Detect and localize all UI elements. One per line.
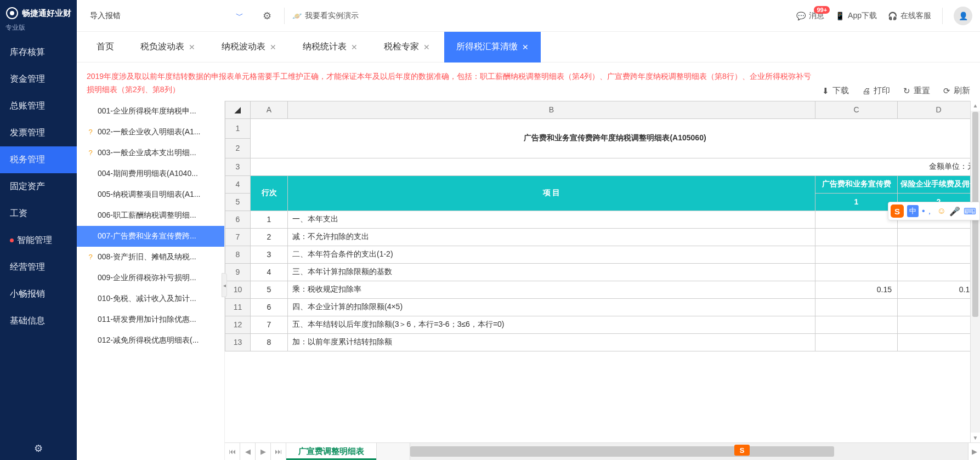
cell-item[interactable]: 三、本年计算扣除限额的基数 <box>288 263 815 281</box>
unit-label[interactable]: 金额单位：元 <box>251 158 980 175</box>
app-download-button[interactable]: 📱 App下载 <box>835 11 877 21</box>
row-head[interactable]: 9 <box>225 263 251 281</box>
download-button[interactable]: ⬇下载 <box>822 86 849 96</box>
nav-item[interactable]: 发票管理 <box>0 120 77 146</box>
close-icon[interactable]: ✕ <box>189 43 195 52</box>
row-head[interactable]: 5 <box>225 193 251 211</box>
cell-item[interactable]: 二、本年符合条件的支出(1-2) <box>288 246 815 263</box>
reset-button[interactable]: ↻重置 <box>903 86 930 96</box>
row-head[interactable]: 12 <box>225 316 251 333</box>
header-col1[interactable]: 广告费和业务宣传费 <box>815 175 898 193</box>
row-head[interactable]: 1 <box>225 118 251 138</box>
cell-value[interactable]: 0.18 <box>898 281 980 298</box>
collapse-handle[interactable]: ◂ <box>222 273 227 297</box>
sheet-nav-next[interactable]: ▶ <box>256 443 271 460</box>
cell-value[interactable] <box>898 298 980 316</box>
form-list-item[interactable]: 004-期间费用明细表(A1040... <box>77 163 224 184</box>
cell-value[interactable] <box>815 333 898 351</box>
scroll-up-icon[interactable]: ▲ <box>971 101 980 111</box>
nav-item[interactable]: 库存核算 <box>0 39 77 66</box>
row-head[interactable]: 13 <box>225 333 251 351</box>
cell-item[interactable]: 四、本企业计算的扣除限额(4×5) <box>288 298 815 316</box>
cell-value[interactable] <box>815 263 898 281</box>
cell-rowno[interactable]: 4 <box>251 263 288 281</box>
cell-item[interactable]: 乘：税收规定扣除率 <box>288 281 815 298</box>
cell-value[interactable] <box>898 263 980 281</box>
cell-item[interactable]: 减：不允许扣除的支出 <box>288 228 815 246</box>
cell-rowno[interactable]: 8 <box>251 333 288 351</box>
vertical-scrollbar[interactable]: ▲ ▼ <box>970 101 980 442</box>
row-head[interactable]: 2 <box>225 138 251 158</box>
ime-mini-icon[interactable]: S <box>734 445 750 456</box>
header-col1-sub[interactable]: 1 <box>815 193 898 211</box>
form-list-item[interactable]: 007-广告费和业务宣传费跨... <box>77 226 224 247</box>
form-list-item[interactable]: 010-免税、减计收入及加计... <box>77 288 224 309</box>
row-head[interactable]: 8 <box>225 246 251 263</box>
cell-item[interactable]: 加：以前年度累计结转扣除额 <box>288 333 815 351</box>
header-item[interactable]: 项 目 <box>288 175 815 211</box>
horizontal-scrollbar[interactable] <box>410 443 968 460</box>
nav-item[interactable]: 经营管理 <box>0 254 77 281</box>
page-tab[interactable]: 税负波动表✕ <box>128 32 207 63</box>
cell-value[interactable] <box>898 316 980 333</box>
page-tab[interactable]: 纳税统计表✕ <box>291 32 370 63</box>
close-icon[interactable]: ✕ <box>522 43 529 52</box>
row-head[interactable]: 10 <box>225 281 251 298</box>
form-list-item[interactable]: 009-企业所得税弥补亏损明... <box>77 268 224 288</box>
cell-rowno[interactable]: 5 <box>251 281 288 298</box>
cell-value[interactable] <box>815 228 898 246</box>
ime-mic-icon[interactable]: 🎤 <box>949 206 960 217</box>
scroll-down-icon[interactable]: ▼ <box>971 433 980 442</box>
nav-item[interactable]: 总账管理 <box>0 93 77 120</box>
form-list-item[interactable]: ?003-一般企业成本支出明细... <box>77 143 224 163</box>
settings-gear-icon[interactable]: ⚙ <box>0 442 77 455</box>
form-list-item[interactable]: 011-研发费用加计扣除优惠... <box>77 309 224 330</box>
col-head[interactable]: D <box>898 101 980 118</box>
col-head[interactable]: C <box>815 101 898 118</box>
cell-value[interactable] <box>815 211 898 228</box>
user-avatar[interactable]: 👤 <box>954 7 972 25</box>
sheet-tab[interactable]: 广宣费调整明细表 <box>286 443 377 460</box>
ime-lang-badge[interactable]: 中 <box>907 205 919 217</box>
nav-item[interactable]: 资金管理 <box>0 66 77 93</box>
row-head[interactable]: 7 <box>225 228 251 246</box>
cell-value[interactable]: 0.15 <box>815 281 898 298</box>
import-select[interactable]: 导入报错 ﹀ <box>84 6 249 26</box>
sheet-title[interactable]: 广告费和业务宣传费跨年度纳税调整明细表(A105060) <box>251 118 980 158</box>
corner-cell[interactable]: ◢ <box>225 101 251 118</box>
form-list-item[interactable]: 006-职工薪酬纳税调整明细... <box>77 205 224 226</box>
row-head[interactable]: 4 <box>225 175 251 193</box>
messages-button[interactable]: 💬 消息 99+ <box>796 11 824 21</box>
cell-value[interactable] <box>815 298 898 316</box>
cell-value[interactable] <box>815 316 898 333</box>
close-icon[interactable]: ✕ <box>270 43 276 52</box>
page-tab[interactable]: 税检专家✕ <box>372 32 442 63</box>
ime-punct-icon[interactable]: •， <box>922 206 934 217</box>
header-rowno[interactable]: 行次 <box>251 175 288 211</box>
cell-rowno[interactable]: 3 <box>251 246 288 263</box>
nav-item[interactable]: 智能管理 <box>0 227 77 254</box>
cell-rowno[interactable]: 2 <box>251 228 288 246</box>
ime-emoji-icon[interactable]: ☺ <box>937 206 946 216</box>
page-tab[interactable]: 纳税波动表✕ <box>209 32 288 63</box>
cell-item[interactable]: 五、本年结转以后年度扣除额(3＞6，本行=3-6；3≤6，本行=0) <box>288 316 815 333</box>
row-head[interactable]: 3 <box>225 158 251 175</box>
print-button[interactable]: 🖨打印 <box>862 86 890 96</box>
row-head[interactable]: 6 <box>225 211 251 228</box>
scroll-thumb[interactable] <box>410 446 834 457</box>
cell-value[interactable] <box>898 228 980 246</box>
demo-link[interactable]: 🪐 我要看实例演示 <box>292 11 359 21</box>
ime-keyboard-icon[interactable]: ⌨ <box>964 206 976 217</box>
nav-item[interactable]: 固定资产 <box>0 173 77 200</box>
col-head[interactable]: A <box>251 101 288 118</box>
scroll-right-icon[interactable]: ▶ <box>968 443 980 460</box>
col-head[interactable]: B <box>288 101 815 118</box>
import-settings-button[interactable]: ⚙ <box>258 7 276 25</box>
nav-item[interactable]: 工资 <box>0 200 77 227</box>
form-list-item[interactable]: 005-纳税调整项目明细表(A1... <box>77 184 224 205</box>
cell-rowno[interactable]: 6 <box>251 298 288 316</box>
close-icon[interactable]: ✕ <box>351 43 358 52</box>
form-list-item[interactable]: ?008-资产折旧、摊销及纳税... <box>77 247 224 268</box>
form-list-item[interactable]: 001-企业所得税年度纳税申... <box>77 101 224 122</box>
ime-toolbar[interactable]: S 中 •， ☺ 🎤 ⌨ <box>888 202 980 220</box>
